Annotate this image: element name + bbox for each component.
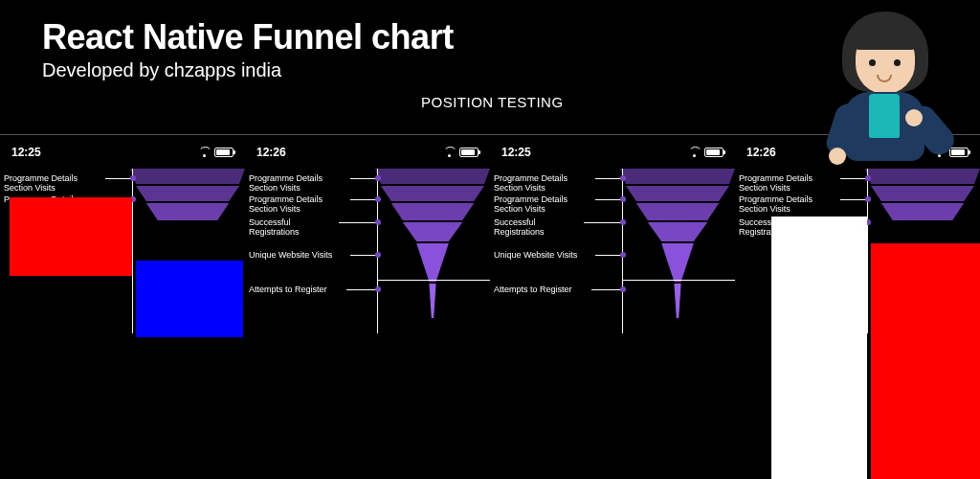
battery-icon: [704, 148, 724, 157]
funnel-segment: [620, 243, 735, 282]
section-label: POSITION TESTING: [421, 94, 564, 110]
overlay-red: [871, 243, 980, 479]
funnel-segment: [620, 169, 735, 184]
funnel-segment: [375, 203, 490, 220]
battery-icon: [214, 148, 234, 157]
axis-horizontal: [622, 280, 735, 281]
wifi-icon: [688, 148, 701, 157]
axis-vertical: [622, 169, 623, 333]
avatar-illustration: [825, 11, 949, 174]
dot-icon: [375, 286, 381, 292]
wifi-icon: [443, 148, 456, 157]
axis-horizontal: [377, 280, 490, 281]
funnel-segment: [375, 186, 490, 201]
funnel-segment: [620, 222, 735, 241]
dot-icon: [375, 219, 381, 225]
dot-icon: [865, 196, 871, 202]
funnel-label: Programme Details Section Visits: [494, 174, 584, 194]
dot-icon: [620, 219, 626, 225]
overlay-white: [771, 217, 867, 479]
funnel-label: Programme Details Section Visits: [494, 195, 584, 215]
status-time: 12:26: [746, 146, 776, 159]
funnel-segment: [865, 203, 980, 220]
funnel-label: Programme Details Section Visits: [249, 195, 339, 215]
funnel-segment: [620, 284, 735, 318]
battery-icon: [949, 148, 969, 157]
funnel-label: Programme Details Section Visits: [739, 174, 829, 194]
status-icons: [688, 148, 724, 157]
funnel-label: Programme Details Section Visits: [739, 195, 829, 215]
connector-line: [339, 222, 379, 223]
overlay-red: [10, 197, 132, 276]
overlay-blue: [136, 261, 243, 337]
funnel-label: Unique Website Visits: [494, 251, 577, 261]
funnel-segment: [375, 243, 490, 282]
connector-line: [346, 289, 379, 290]
funnel-segment: [865, 186, 980, 201]
panel-2: 12:26 Programme Details Section Visits P…: [245, 140, 490, 479]
funnel-chart: [620, 169, 735, 331]
funnel-segment: [375, 222, 490, 241]
funnel-segment: [130, 186, 245, 201]
funnel-label: Attempts to Register: [249, 285, 327, 295]
funnel-label: Successful Registrations: [249, 218, 339, 238]
wifi-icon: [198, 148, 211, 157]
battery-icon: [459, 148, 479, 157]
funnel-segment: [375, 169, 490, 184]
funnel-label: Programme Details Section Visits: [4, 174, 94, 194]
dot-icon: [620, 175, 626, 181]
panel-3: 12:25 Programme Details Section Visits P…: [490, 140, 735, 479]
axis-vertical: [867, 169, 868, 333]
dot-icon: [375, 196, 381, 202]
dot-icon: [620, 252, 626, 258]
dot-icon: [130, 175, 136, 181]
dot-icon: [375, 252, 381, 258]
status-icons: [443, 148, 479, 157]
status-icons: [198, 148, 234, 157]
connector-line: [591, 289, 624, 290]
panel-4: 12:26 Programme Details Section Visits P…: [735, 140, 980, 479]
funnel-segment: [130, 203, 245, 220]
funnel-segment: [130, 169, 245, 184]
funnel-label: Attempts to Register: [494, 285, 572, 295]
status-bar: 12:25: [490, 140, 735, 163]
page-title: React Native Funnel chart: [42, 17, 454, 57]
status-time: 12:26: [256, 146, 286, 159]
funnel-segment: [375, 284, 490, 318]
subtitle: Developed by chzapps india: [42, 59, 281, 81]
status-bar: 12:26: [245, 140, 490, 163]
funnel-label: Successful Registrations: [494, 218, 584, 238]
dot-icon: [375, 175, 381, 181]
panel-1: 12:25 Programme Details Section Visits P…: [0, 140, 245, 479]
axis-vertical: [377, 169, 378, 333]
status-time: 12:25: [11, 146, 41, 159]
dot-icon: [865, 175, 871, 181]
axis-vertical: [132, 169, 133, 333]
dot-icon: [620, 196, 626, 202]
status-time: 12:25: [501, 146, 531, 159]
funnel-label: Programme Details Section Visits: [249, 174, 339, 194]
funnel-segment: [620, 186, 735, 201]
connector-line: [584, 222, 624, 223]
status-bar: 12:25: [0, 140, 245, 163]
funnel-segment: [620, 203, 735, 220]
dot-icon: [620, 286, 626, 292]
funnel-chart: [375, 169, 490, 331]
funnel-label: Unique Website Visits: [249, 251, 332, 261]
